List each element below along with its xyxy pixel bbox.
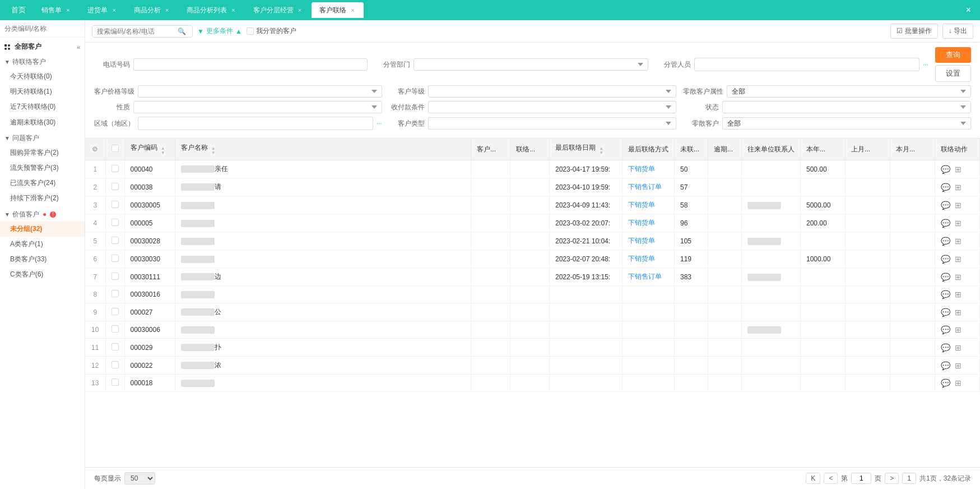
lastway-link[interactable]: 下销货单	[628, 219, 655, 227]
grid-icon[interactable]: ⊞	[955, 183, 962, 192]
chat-icon[interactable]: 💬	[941, 379, 950, 387]
lastway-link[interactable]: 下销货单	[628, 165, 655, 173]
search-input[interactable]	[97, 27, 175, 35]
code-sort[interactable]: ▲▼	[161, 146, 165, 155]
sidebar-item-churn-warn[interactable]: 流失预警客户(3)	[0, 160, 85, 176]
col-header-contact[interactable]: 联络...	[510, 139, 550, 160]
window-close-button[interactable]: ×	[962, 5, 976, 15]
lastway-link[interactable]: 下销货单	[628, 201, 655, 209]
chat-icon[interactable]: 💬	[941, 201, 950, 210]
close-purchase-tab[interactable]: ×	[111, 7, 117, 13]
batch-op-button[interactable]: ☑ 批量操作	[890, 24, 937, 39]
lastway-link[interactable]: 下销货单	[628, 237, 655, 245]
row-check[interactable]	[105, 268, 124, 286]
row-check[interactable]	[105, 232, 124, 250]
search-icon[interactable]: 🔍	[178, 27, 186, 35]
row-check[interactable]	[105, 160, 124, 178]
manager-dotdot[interactable]: ···	[923, 61, 928, 68]
grid-icon[interactable]: ⊞	[955, 361, 962, 370]
row-checkbox[interactable]	[112, 325, 119, 333]
col-header-contactperson[interactable]: 往来单位联系人	[742, 139, 801, 160]
sidebar-item-today[interactable]: 今天待联络(0)	[0, 69, 85, 84]
col-header-gear[interactable]: ⚙	[85, 139, 105, 160]
more-conditions-btn[interactable]: ▼ 更多条件 ▲	[197, 26, 242, 36]
grid-icon[interactable]: ⊞	[955, 165, 962, 174]
row-check[interactable]	[105, 214, 124, 232]
col-header-name[interactable]: 客户名称 ▲▼	[175, 139, 471, 160]
row-checkbox[interactable]	[112, 290, 119, 297]
grid-icon[interactable]: ⊞	[955, 237, 962, 246]
col-header-uncontact[interactable]: 未联...	[675, 139, 708, 160]
sidebar-item-class-a[interactable]: A类客户(1)	[0, 237, 85, 252]
col-header-lastway[interactable]: 最后联络方式	[623, 139, 675, 160]
per-page-select[interactable]: 50 100	[124, 472, 155, 485]
chat-icon[interactable]: 💬	[941, 273, 950, 282]
chat-icon[interactable]: 💬	[941, 237, 950, 246]
chat-icon[interactable]: 💬	[941, 325, 950, 334]
close-product-list-tab[interactable]: ×	[230, 7, 236, 13]
sidebar-item-churned[interactable]: 已流失客户(24)	[0, 176, 85, 191]
status-select[interactable]	[722, 101, 971, 113]
grid-icon[interactable]: ⊞	[955, 255, 962, 264]
header-checkbox[interactable]	[112, 145, 119, 152]
tab-product-analysis[interactable]: 商品分析 ×	[126, 2, 178, 18]
row-checkbox[interactable]	[112, 361, 119, 368]
grid-icon[interactable]: ⊞	[955, 273, 962, 282]
page-number-input[interactable]	[851, 473, 871, 484]
row-checkbox[interactable]	[112, 255, 119, 262]
query-button[interactable]: 查询	[935, 47, 971, 63]
category-search-input[interactable]	[4, 25, 85, 33]
sidebar-item-abnormal[interactable]: 囤购异常客户(2)	[0, 145, 85, 160]
row-check[interactable]	[105, 196, 124, 214]
sidebar-item-ungroup[interactable]: 未分组(32)	[0, 222, 85, 237]
first-page-btn[interactable]: K	[806, 473, 820, 484]
row-checkbox[interactable]	[112, 165, 119, 172]
sidebar-item-tomorrow[interactable]: 明天待联络(1)	[0, 84, 85, 99]
row-checkbox[interactable]	[112, 343, 119, 350]
retail-attr-select[interactable]: 全部	[727, 85, 971, 98]
price-level-select[interactable]	[138, 85, 382, 98]
close-segment-tab[interactable]: ×	[297, 7, 303, 13]
tab-sales[interactable]: 销售单 ×	[34, 2, 78, 18]
col-header-lastdate[interactable]: 最后联络日期 ▲▼	[550, 139, 623, 160]
lastdate-sort[interactable]: ▲▼	[599, 146, 603, 155]
next-page-btn[interactable]: >	[885, 473, 899, 484]
row-checkbox[interactable]	[112, 379, 119, 386]
grid-icon[interactable]: ⊞	[955, 325, 962, 334]
chat-icon[interactable]: 💬	[941, 343, 950, 352]
col-header-thismonth[interactable]: 本月...	[890, 139, 935, 160]
row-check[interactable]	[105, 357, 124, 375]
row-checkbox[interactable]	[112, 183, 119, 190]
row-checkbox[interactable]	[112, 273, 119, 280]
grid-icon[interactable]: ⊞	[955, 201, 962, 210]
payment-select[interactable]	[428, 101, 677, 113]
export-button[interactable]: ↓ 导出	[942, 24, 973, 39]
my-customers-checkbox[interactable]: 我分管的客户	[247, 26, 296, 36]
dept-select[interactable]	[414, 58, 648, 71]
customer-level-select[interactable]	[428, 85, 677, 98]
col-header-lastmonth[interactable]: 上月...	[846, 139, 890, 160]
col-header-overdue[interactable]: 逾期...	[708, 139, 742, 160]
chat-icon[interactable]: 💬	[941, 219, 950, 228]
grid-icon[interactable]: ⊞	[955, 290, 962, 299]
row-check[interactable]	[105, 178, 124, 196]
chat-icon[interactable]: 💬	[941, 308, 950, 317]
region-dotdot[interactable]: ···	[377, 119, 382, 127]
row-check[interactable]	[105, 321, 124, 339]
row-checkbox[interactable]	[112, 219, 119, 226]
row-check[interactable]	[105, 250, 124, 268]
reset-button[interactable]: 设置	[935, 65, 971, 82]
lastway-link[interactable]: 下销货单	[628, 255, 655, 262]
chat-icon[interactable]: 💬	[941, 290, 950, 299]
all-customers-header[interactable]: 全部客户 «	[0, 38, 85, 54]
row-check[interactable]	[105, 339, 124, 357]
chat-icon[interactable]: 💬	[941, 361, 950, 370]
tab-product-list[interactable]: 商品分析列表 ×	[179, 2, 244, 18]
tab-customer-contact[interactable]: 客户联络 ×	[312, 2, 363, 18]
grid-icon[interactable]: ⊞	[955, 343, 962, 352]
close-sales-tab[interactable]: ×	[65, 7, 71, 13]
chat-icon[interactable]: 💬	[941, 165, 950, 174]
home-tab[interactable]: 首页	[4, 5, 32, 15]
sidebar-collapse-btn[interactable]: «	[77, 44, 80, 50]
row-check[interactable]	[105, 303, 124, 321]
